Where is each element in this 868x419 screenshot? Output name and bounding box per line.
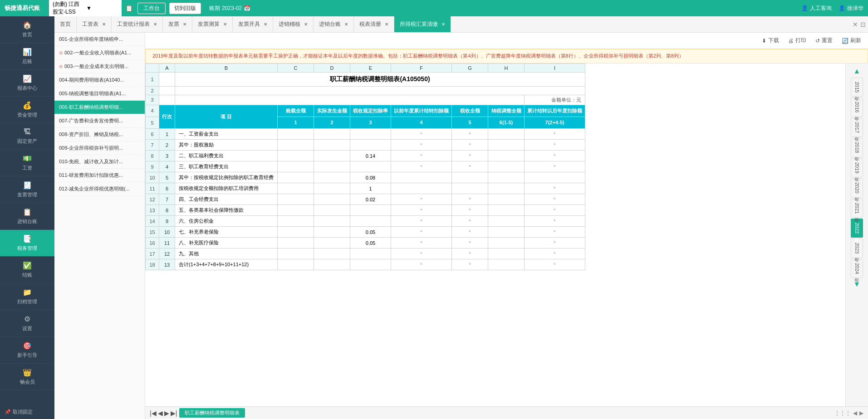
sidebar-item-fixed-assets[interactable]: 🏗固定资产 — [0, 123, 54, 150]
sidebar-item-archive[interactable]: 📁归档管理 — [0, 283, 54, 310]
year-item-2015[interactable]: 2015年 — [851, 78, 863, 97]
bottom-nav-prev[interactable]: ◀ — [158, 409, 163, 417]
report-icon: 📈 — [23, 74, 32, 83]
sidebar-item-guide[interactable]: 🎯新手引导 — [0, 337, 54, 364]
tab-salary[interactable]: 工资表✕ — [77, 16, 112, 33]
tab-close-salary-report[interactable]: ✕ — [153, 22, 157, 27]
bottom-nav-first[interactable]: |◀ — [150, 409, 157, 417]
file-item-002[interactable]: ⊙002-一般企业收入明细表(A1... — [54, 46, 145, 60]
year-down-button[interactable]: ▼ — [852, 279, 862, 290]
scroll-right-btn[interactable]: ▶ — [859, 410, 863, 416]
workspace-button[interactable]: 工作台 — [137, 3, 166, 14]
tab-close-purchase-verify[interactable]: ✕ — [304, 22, 308, 27]
download-button[interactable]: ⬇ 下载 — [762, 37, 779, 44]
year-item-2018[interactable]: 2018年 — [851, 138, 863, 157]
sidebar-item-ledger[interactable]: 📊总账 — [0, 43, 54, 70]
sidebar-item-report[interactable]: 📈报表中心 — [0, 70, 54, 97]
bottom-nav-next[interactable]: ▶ — [164, 409, 169, 417]
year-item-2020[interactable]: 2020年 — [851, 178, 863, 197]
refresh-button[interactable]: 🔄 刷新 — [842, 37, 861, 44]
bottom-tab-active[interactable]: 职工薪酬纳税调整明细表 — [179, 408, 245, 418]
tabs-bar: 首页工资表✕工资统计报表✕发票✕发票测算✕发票开具✕进销稽核✕进销台账✕税表清册… — [54, 16, 868, 33]
sheet-options-icon[interactable]: ⋮⋮⋮ — [834, 410, 851, 416]
file-item-011[interactable]: 011-研发费用加计扣除优惠... — [54, 169, 145, 182]
year-item-2021[interactable]: 2021年 — [851, 199, 863, 218]
tab-income-tax[interactable]: 所得税汇算清缴✕ — [394, 16, 451, 33]
sidebar-label-invoice-mgmt: 发票管理 — [17, 191, 37, 198]
table-row: 17 12 九、其他 * * * — [146, 248, 585, 259]
sidebar-label-settings: 设置 — [22, 325, 32, 332]
year-item-2016[interactable]: 2016年 — [851, 97, 863, 117]
tab-close-all-icon[interactable]: ✕ — [853, 21, 858, 28]
tab-invoice[interactable]: 发票✕ — [163, 16, 192, 33]
switch-old-button[interactable]: 切到旧版 — [169, 3, 201, 14]
support-button[interactable]: 👤 人工客询 — [801, 5, 832, 12]
reset-button[interactable]: ↺ 重置 — [815, 37, 833, 44]
warning-text: 2019年度及取以前年度结转数据的申报表单元格需要手工操护正确，才能核证本年及以… — [152, 53, 684, 58]
sidebar-item-assets-mgmt[interactable]: 💰资金管理 — [0, 97, 54, 123]
tab-tax-clear[interactable]: 税表清册✕ — [354, 16, 394, 33]
spreadsheet-container[interactable]: A B C D E F G H I — [145, 63, 845, 406]
company-selector[interactable]: (勿删) 江西股宝-LSS ▼ — [49, 0, 122, 17]
header-col6-num: 6(1-5) — [488, 117, 525, 128]
tab-invoice-open[interactable]: 发票开具✕ — [233, 16, 273, 33]
header-col4: 以前年度累计结转扣除额 — [391, 105, 452, 117]
app-logo: 畅捷通易代账 — [5, 4, 40, 12]
file-item-008[interactable]: 008-资产折旧、摊销及纳税... — [54, 128, 145, 141]
tab-home[interactable]: 首页 — [54, 16, 77, 33]
tab-close-tax-clear[interactable]: ✕ — [385, 22, 388, 27]
file-item-003[interactable]: ⊙003-一般企业成本支出明细... — [54, 60, 145, 73]
scroll-left-btn[interactable]: ◀ — [853, 410, 857, 416]
tab-close-purchase-ledger[interactable]: ✕ — [344, 22, 348, 27]
spreadsheet-area: ⬇ 下载 🖨 打印 ↺ 重置 🔄 刷新 — [145, 33, 868, 419]
print-button[interactable]: 🖨 打印 — [788, 37, 806, 44]
tab-close-invoice-open[interactable]: ✕ — [264, 22, 267, 27]
year-up-button[interactable]: ▲ — [852, 66, 862, 77]
file-item-007[interactable]: 007-广告费和业务宣传费明... — [54, 114, 145, 128]
tab-label-salary: 工资表 — [82, 20, 98, 28]
tab-label-purchase-verify: 进销稽核 — [279, 20, 300, 28]
file-item-012[interactable]: 012-减免企业所得税优惠明细(... — [54, 182, 145, 196]
file-item-005[interactable]: 005-纳税调整项目明细表(A1... — [54, 87, 145, 101]
tab-purchase-verify[interactable]: 进销稽核✕ — [273, 16, 314, 33]
year-item-2024[interactable]: 2024年 — [851, 259, 863, 278]
sidebar-item-tax-mgmt[interactable]: 📑税务管理 — [0, 230, 54, 257]
file-item-004[interactable]: 004-期间费用明细表(A1040... — [54, 73, 145, 87]
sidebar-item-sales-ledger[interactable]: 📋进销台账 — [0, 203, 54, 230]
error-icon-002: ⊙ — [59, 50, 63, 55]
sidebar-item-home[interactable]: 🏠首页 — [0, 16, 54, 43]
tab-close-salary[interactable]: ✕ — [102, 22, 106, 27]
year-item-2022[interactable]: 2022年 — [851, 219, 863, 238]
file-item-006[interactable]: 006-职工薪酬纳税调整明细... — [54, 101, 145, 114]
avatar-icon: 👤 — [839, 5, 845, 11]
table-row: 18 13 合计(1+3+4+7+8+9+10+11+12) * * * — [146, 259, 585, 270]
cancel-fixed-button[interactable]: 📌 取消固定 — [0, 405, 54, 419]
tab-invoice-calc[interactable]: 发票测算✕ — [192, 16, 233, 33]
tab-salary-report[interactable]: 工资统计报表✕ — [112, 16, 163, 33]
tab-close-invoice-calc[interactable]: ✕ — [223, 22, 227, 27]
error-icon-003: ⊙ — [59, 64, 63, 69]
user-button[interactable]: 👤 徐泽华 — [839, 5, 863, 12]
col-header-G: G — [452, 63, 488, 72]
col-header-D: D — [314, 63, 350, 72]
tab-maximize-icon[interactable]: ⊡ — [860, 21, 866, 28]
sidebar-item-settings[interactable]: ⚙设置 — [0, 310, 54, 337]
year-item-2019[interactable]: 2019年 — [851, 158, 863, 177]
file-item-009[interactable]: 009-企业所得税弥补亏损明... — [54, 141, 145, 155]
file-item-010[interactable]: 010-免税、减计收入及加计... — [54, 155, 145, 169]
file-item-001[interactable]: 001-企业所得税年度纳税申... — [54, 33, 145, 46]
sidebar-item-salary[interactable]: 💵工资 — [0, 150, 54, 176]
sidebar-item-member[interactable]: 👑畅会员 — [0, 364, 54, 390]
calendar-icon[interactable]: 📋 — [125, 5, 133, 12]
sidebar-label-archive: 归档管理 — [17, 298, 37, 305]
year-item-2017[interactable]: 2017年 — [851, 118, 863, 137]
sidebar-item-closing[interactable]: ✅结账 — [0, 257, 54, 283]
year-item-2023[interactable]: 2023年 — [851, 239, 863, 258]
sidebar-item-invoice-mgmt[interactable]: 🧾发票管理 — [0, 176, 54, 203]
tab-close-invoice[interactable]: ✕ — [183, 22, 186, 27]
content-area: 首页工资表✕工资统计报表✕发票✕发票测算✕发票开具✕进销稽核✕进销台账✕税表清册… — [54, 16, 868, 419]
tab-purchase-ledger[interactable]: 进销台账✕ — [314, 16, 354, 33]
bottom-nav-last[interactable]: ▶| — [171, 409, 177, 417]
spreadsheet-table: A B C D E F G H I — [145, 63, 585, 271]
tab-close-income-tax[interactable]: ✕ — [441, 22, 445, 27]
